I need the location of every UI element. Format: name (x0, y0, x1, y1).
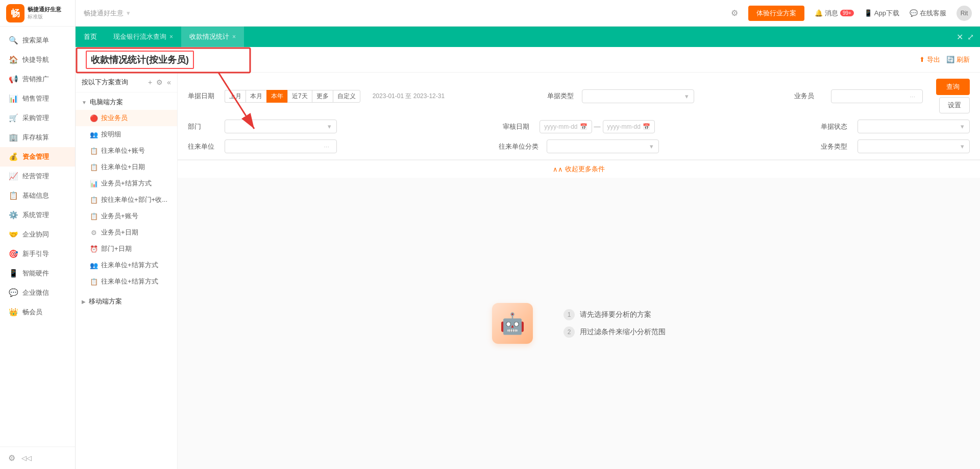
doc-status-chevron: ▾ (961, 123, 964, 130)
step-num-2: 2 (564, 326, 575, 338)
date-tab-prev-month[interactable]: 上月 (225, 90, 246, 103)
plan-item-staff-date[interactable]: ⚙ 业务员+日期 (76, 224, 177, 241)
plan-settings-icon[interactable]: ⚙ (156, 78, 163, 86)
filter-row-3: 往来单位 ··· 往来单位分类 ▾ 业务类型 ▾ (188, 139, 970, 153)
tabbar-right: ✕ ⤢ (957, 32, 980, 42)
wechat-icon: 💬 (8, 288, 18, 297)
staff-select[interactable]: ··· (831, 89, 923, 103)
system-icon: ⚙️ (8, 210, 18, 220)
sidebar-item-wechat[interactable]: 💬 企业微信 (0, 283, 75, 302)
tab-bank[interactable]: 现金银行流水查询 × (105, 27, 181, 47)
message-button[interactable]: 🔔 消息 99+ (815, 9, 854, 18)
sidebar-item-marketing[interactable]: 📢 营销推广 (0, 69, 75, 89)
tab-home[interactable]: 首页 (76, 27, 105, 47)
doc-type-select[interactable]: ▾ (582, 89, 694, 103)
date-tab-more[interactable]: 更多 (312, 90, 333, 103)
dept-select[interactable]: ▾ (225, 120, 337, 133)
plan-icon-sd: ⚙ (90, 229, 98, 237)
tab-receipt[interactable]: 收款情况统计 × (181, 27, 244, 47)
date-label: 单据日期 (188, 91, 216, 101)
close-window-icon[interactable]: ✕ (957, 32, 963, 42)
plan-icon-ps1: 👥 (90, 262, 98, 269)
maximize-window-icon[interactable]: ⤢ (967, 32, 974, 42)
user-avatar[interactable]: Rit (957, 6, 972, 21)
plan-icon-ss: 📊 (90, 180, 98, 187)
settings-footer-icon[interactable]: ⚙ (8, 453, 15, 463)
plan-item-staff-account[interactable]: 📋 业务员+账号 (76, 208, 177, 224)
date-tabs: 上月 本月 本年 近7天 更多 自定义 (225, 90, 360, 103)
partner-category-select[interactable]: ▾ (547, 139, 659, 153)
refresh-icon: 🔄 (946, 56, 954, 63)
trial-button[interactable]: 体验行业方案 (748, 6, 804, 21)
plan-item-partner-settle2[interactable]: 📋 往来单位+结算方式 (76, 273, 177, 290)
tab-bank-close[interactable]: × (169, 33, 173, 40)
plan-icon-sa: 📋 (90, 213, 98, 220)
plan-icon-pd: 📋 (90, 163, 98, 171)
plan-item-by-detail[interactable]: 👥 按明细 (76, 126, 177, 143)
sales-icon: 📊 (8, 94, 18, 103)
app-download-button[interactable]: 📱 App下载 (864, 9, 899, 18)
partner-more-icon[interactable]: ··· (324, 143, 329, 150)
message-icon: 🔔 (815, 9, 823, 17)
desktop-group-header[interactable]: ▼ 电脑端方案 (76, 95, 177, 110)
doc-type-chevron: ▾ (685, 92, 689, 100)
sidebar-item-sales[interactable]: 📊 销售管理 (0, 89, 75, 108)
refresh-button[interactable]: 🔄 刷新 (946, 55, 970, 64)
collapse-filter-button[interactable]: ∧∧ 收起更多条件 (178, 160, 980, 178)
plan-item-partner-date[interactable]: 📋 往来单位+日期 (76, 159, 177, 175)
date-tab-custom[interactable]: 自定义 (333, 90, 360, 103)
date-tab-this-year[interactable]: 本年 (266, 90, 287, 103)
biz-type-select[interactable]: ▾ (857, 139, 970, 153)
sidebar-item-operation[interactable]: 📈 经营管理 (0, 167, 75, 186)
partner-select[interactable]: ··· (225, 139, 337, 153)
topbar-right: ⚙ 体验行业方案 🔔 消息 99+ 📱 App下载 💬 在线客服 Rit (731, 6, 972, 21)
service-icon: 💬 (910, 9, 918, 17)
customer-service-button[interactable]: 💬 在线客服 (910, 9, 946, 18)
staff-more-icon[interactable]: ··· (910, 92, 915, 100)
sidebar-item-enterprise[interactable]: 🤝 企业协同 (0, 225, 75, 244)
plan-item-partner-dept[interactable]: 📋 按往来单位+部门+收... (76, 192, 177, 208)
review-date-from[interactable]: yyyy-mm-dd 📅 (540, 120, 592, 133)
sidebar-item-shortcut[interactable]: 🏠 快捷导航 (0, 50, 75, 69)
content-wrap: 按以下方案查询 + ⚙ « ▼ 电脑端方案 🔴 按业务员 👥 按明细 (76, 73, 980, 469)
sidebar-item-finance[interactable]: 💰 资金管理 (0, 147, 75, 167)
empty-illustration: 🤖 (492, 303, 533, 344)
gear-icon[interactable]: ⚙ (731, 8, 738, 18)
review-date-to[interactable]: yyyy-mm-dd 📅 (603, 120, 655, 133)
sidebar-item-system[interactable]: ⚙️ 系统管理 (0, 205, 75, 225)
plan-item-by-staff[interactable]: 🔴 按业务员 (76, 110, 177, 126)
plan-item-partner-account[interactable]: 📋 往来单位+账号 (76, 143, 177, 159)
empty-steps: 1 请先选择要分析的方案 2 用过滤条件来缩小分析范围 (564, 309, 666, 338)
calendar-from-icon: 📅 (580, 123, 587, 130)
plan-item-staff-settle[interactable]: 📊 业务员+结算方式 (76, 175, 177, 192)
collapse-panel-button[interactable]: « (167, 78, 171, 86)
sidebar-item-member[interactable]: 👑 畅会员 (0, 302, 75, 322)
date-tab-this-month[interactable]: 本月 (246, 90, 266, 103)
add-plan-button[interactable]: + (148, 78, 152, 86)
app-icon: 📱 (864, 9, 872, 17)
empty-state: 🤖 1 请先选择要分析的方案 2 用过滤条件来缩小分析范围 (178, 178, 980, 469)
query-button[interactable]: 查询 (936, 79, 970, 95)
plan-item-dept-date[interactable]: ⏰ 部门+日期 (76, 241, 177, 257)
sidebar-item-purchase[interactable]: 🛒 采购管理 (0, 108, 75, 128)
sidebar-item-search[interactable]: 🔍 搜索菜单 (0, 31, 75, 50)
export-button[interactable]: ⬆ 导出 (919, 55, 940, 64)
sidebar-item-inventory[interactable]: 🏢 库存核算 (0, 128, 75, 147)
settings-button[interactable]: 设置 (939, 97, 970, 113)
date-tab-last7[interactable]: 近7天 (287, 90, 312, 103)
sidebar-item-hardware[interactable]: 📱 智能硬件 (0, 264, 75, 283)
sidebar-item-guide[interactable]: 🎯 新手引导 (0, 244, 75, 264)
plan-item-partner-settle1[interactable]: 👥 往来单位+结算方式 (76, 257, 177, 273)
right-panel: 单据日期 上月 本月 本年 近7天 更多 自定义 2023-01-01 至 20… (178, 73, 980, 469)
sidebar-item-basic[interactable]: 📋 基础信息 (0, 186, 75, 205)
collapse-sidebar-icon[interactable]: ◁◁ (21, 454, 32, 462)
tab-receipt-close[interactable]: × (232, 33, 236, 40)
left-panel: 按以下方案查询 + ⚙ « ▼ 电脑端方案 🔴 按业务员 👥 按明细 (76, 73, 178, 469)
tabbar: 首页 现金银行流水查询 × 收款情况统计 × ✕ ⤢ (76, 27, 980, 47)
mobile-group-header[interactable]: ▶ 移动端方案 (76, 294, 177, 309)
doc-status-select[interactable]: ▾ (857, 120, 970, 133)
sidebar-footer: ⚙ ◁◁ (0, 447, 75, 469)
partner-cat-chevron: ▾ (650, 143, 653, 150)
marketing-icon: 📢 (8, 75, 18, 84)
desktop-plan-group: ▼ 电脑端方案 🔴 按业务员 👥 按明细 📋 往来单位+账号 📋 往 (76, 92, 177, 292)
